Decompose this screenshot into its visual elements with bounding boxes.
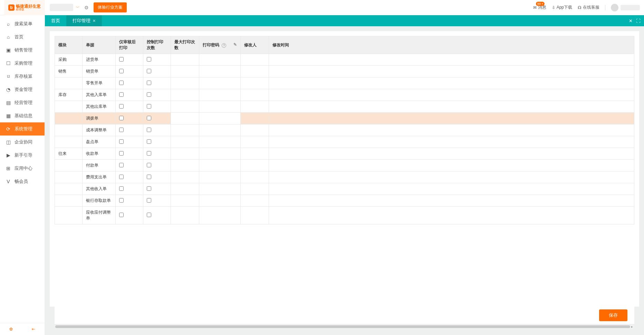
save-button[interactable]: 保存 xyxy=(599,309,627,321)
sidebar-item-0[interactable]: ⌕搜索菜单 xyxy=(0,17,45,30)
help-icon[interactable]: ? xyxy=(222,43,226,48)
cell-modifier xyxy=(241,207,269,224)
avatar-icon xyxy=(611,4,618,11)
sidebar-item-10[interactable]: ▶新手引导 xyxy=(0,149,45,162)
tab-close-icon[interactable]: ✕ xyxy=(93,19,96,23)
cell-module xyxy=(55,101,83,113)
sidebar-item-7[interactable]: ▦基础信息 xyxy=(0,109,45,122)
table-row: 付款单 xyxy=(55,160,634,171)
cell-control-count xyxy=(143,113,171,124)
scroll-right-icon[interactable]: ▸ xyxy=(630,325,634,329)
table-row: 其他出库单 xyxy=(55,101,634,113)
audit-only-checkbox[interactable] xyxy=(119,213,124,217)
sidebar-item-12[interactable]: V畅会员 xyxy=(0,175,45,188)
sidebar-label: 畅会员 xyxy=(15,178,28,185)
control-count-checkbox[interactable] xyxy=(147,163,151,167)
app-download-button[interactable]: ⇩ App下载 xyxy=(552,4,572,10)
edit-column-icon[interactable]: ✎ xyxy=(233,42,237,47)
sidebar-icon: ◔ xyxy=(6,87,11,92)
cell-modifier xyxy=(241,124,269,136)
sidebar-label: 经营管理 xyxy=(15,100,32,106)
audit-only-checkbox[interactable] xyxy=(119,128,124,132)
th-max-count: 最大打印次数 xyxy=(171,36,199,54)
sidebar-item-3[interactable]: ☐采购管理 xyxy=(0,57,45,70)
cell-password xyxy=(199,113,241,124)
control-count-checkbox[interactable] xyxy=(147,104,151,109)
th-control-count: 控制打印次数 xyxy=(143,36,171,54)
audit-only-checkbox[interactable] xyxy=(119,69,124,73)
control-count-checkbox[interactable] xyxy=(147,175,151,179)
logo[interactable]: b 畅捷通好生意 标准版 xyxy=(4,0,45,15)
control-count-checkbox[interactable] xyxy=(147,186,151,191)
th-audit-only: 仅审核后打印 xyxy=(116,36,143,54)
audit-only-checkbox[interactable] xyxy=(119,175,124,179)
cell-modify-time xyxy=(269,89,634,101)
fullscreen-icon[interactable]: ⛶ xyxy=(636,18,641,24)
control-count-checkbox[interactable] xyxy=(147,57,151,62)
control-count-checkbox[interactable] xyxy=(147,128,151,132)
table-row: 银行存取款单 xyxy=(55,195,634,207)
online-service-button[interactable]: ☊ 在线客服 xyxy=(578,4,599,10)
control-count-checkbox[interactable] xyxy=(147,213,151,217)
cell-audit-only xyxy=(116,124,143,136)
audit-only-checkbox[interactable] xyxy=(119,104,124,109)
tab-0[interactable]: 首页 xyxy=(45,15,66,26)
user-menu[interactable] xyxy=(611,4,640,11)
sidebar-item-4[interactable]: ⌑库存核算 xyxy=(0,70,45,83)
sidebar-label: 搜索菜单 xyxy=(15,21,32,27)
sidebar-item-6[interactable]: ▤经营管理 xyxy=(0,96,45,109)
cell-max xyxy=(171,207,199,224)
settings-icon[interactable]: ✿ xyxy=(9,327,13,332)
close-all-tabs-icon[interactable]: ✕ xyxy=(629,18,633,24)
cell-password xyxy=(199,183,241,195)
cell-audit-only xyxy=(116,136,143,148)
control-count-checkbox[interactable] xyxy=(147,81,151,85)
cell-control-count xyxy=(143,136,171,148)
control-count-checkbox[interactable] xyxy=(147,69,151,73)
cell-module xyxy=(55,136,83,148)
audit-only-checkbox[interactable] xyxy=(119,116,124,120)
sidebar-icon: ▤ xyxy=(6,100,11,105)
cell-audit-only xyxy=(116,171,143,183)
th-module: 模块 xyxy=(55,36,83,54)
cell-password xyxy=(199,66,241,77)
horizontal-scrollbar[interactable]: ▸ xyxy=(55,325,634,329)
cell-doc: 银行存取款单 xyxy=(83,195,116,207)
cell-password xyxy=(199,136,241,148)
audit-only-checkbox[interactable] xyxy=(119,151,124,156)
scrollbar-thumb[interactable] xyxy=(55,325,630,328)
audit-only-checkbox[interactable] xyxy=(119,57,124,62)
collapse-icon[interactable]: ⇤ xyxy=(32,327,35,332)
gear-icon[interactable]: ⚙ xyxy=(84,5,89,10)
sidebar-icon: ▦ xyxy=(6,113,11,119)
org-selector[interactable]: ﹀ ⚙ xyxy=(50,4,89,11)
sidebar-item-9[interactable]: ◫企业协同 xyxy=(0,136,45,149)
sidebar-item-11[interactable]: ⊞应用中心 xyxy=(0,162,45,175)
control-count-checkbox[interactable] xyxy=(147,198,151,203)
control-count-checkbox[interactable] xyxy=(147,151,151,156)
sidebar-label: 企业协同 xyxy=(15,139,32,145)
sidebar-item-2[interactable]: ▣销售管理 xyxy=(0,44,45,57)
audit-only-checkbox[interactable] xyxy=(119,198,124,203)
industry-solution-button[interactable]: 体验行业方案 xyxy=(94,2,127,12)
control-count-checkbox[interactable] xyxy=(147,92,151,97)
audit-only-checkbox[interactable] xyxy=(119,81,124,85)
cell-modify-time xyxy=(269,171,634,183)
messages-button[interactable]: ✉ 99 + 消息 xyxy=(533,4,546,10)
audit-only-checkbox[interactable] xyxy=(119,186,124,191)
sidebar-icon: ⌕ xyxy=(6,21,11,27)
cell-modifier xyxy=(241,66,269,77)
cell-modifier xyxy=(241,77,269,89)
sidebar-item-8[interactable]: ⟳系统管理 xyxy=(0,122,45,136)
tab-1[interactable]: 打印管理✕ xyxy=(66,15,102,26)
audit-only-checkbox[interactable] xyxy=(119,139,124,144)
sidebar-item-1[interactable]: ⌂首页 xyxy=(0,30,45,44)
cell-modify-time xyxy=(269,66,634,77)
audit-only-checkbox[interactable] xyxy=(119,163,124,167)
control-count-checkbox[interactable] xyxy=(147,139,151,144)
control-count-checkbox[interactable] xyxy=(147,116,151,120)
cell-password xyxy=(199,207,241,224)
cell-password xyxy=(199,124,241,136)
sidebar-item-5[interactable]: ◔资金管理 xyxy=(0,83,45,96)
audit-only-checkbox[interactable] xyxy=(119,92,124,97)
